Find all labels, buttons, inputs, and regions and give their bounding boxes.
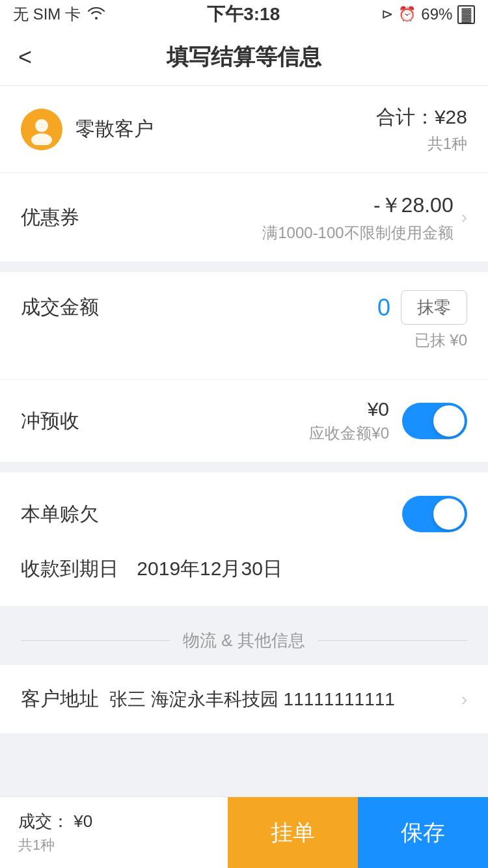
coupon-desc: 满1000-100不限制使用金额 (262, 223, 453, 243)
time-text: 下午3:18 (207, 2, 280, 27)
bottom-transaction-label: 成交： (18, 811, 69, 831)
coupon-row[interactable]: 优惠券 -￥28.00 满1000-100不限制使用金额 › (0, 172, 488, 262)
battery-text: 69% (421, 5, 452, 23)
divider-line-left (21, 640, 170, 641)
debt-row: 本单赊欠 (0, 472, 488, 556)
save-button[interactable]: 保存 (358, 797, 488, 869)
chevron-right-icon: › (461, 207, 467, 228)
customer-summary: 合计：¥28 共1种 (376, 104, 467, 154)
page-title: 填写结算等信息 (167, 42, 321, 72)
address-label: 客户地址 (21, 686, 99, 712)
debt-toggle[interactable] (402, 496, 467, 532)
address-row[interactable]: 客户地址 张三 海淀永丰科技园 11111111111 › (0, 665, 488, 733)
amount-row: 成交金额 0 抹零 (21, 290, 467, 325)
status-right: ⊳ ⏰ 69% ▓ (381, 5, 475, 24)
wifi-icon (87, 5, 105, 23)
divider-line-right (318, 640, 467, 641)
svg-point-1 (31, 133, 52, 145)
due-date-label: 收款到期日 (21, 558, 118, 579)
bottom-count: 共1种 (18, 835, 210, 855)
pending-button[interactable]: 挂单 (228, 797, 358, 869)
save-label: 保存 (401, 818, 445, 848)
round-zero-button[interactable]: 抹零 (401, 290, 467, 325)
logistics-label: 物流 & 其他信息 (183, 629, 305, 652)
advance-row: 冲预收 ¥0 应收金额¥0 (0, 379, 488, 462)
nav-bar: < 填写结算等信息 (0, 29, 488, 86)
coupon-discount: -￥28.00 (262, 191, 453, 220)
due-date-value: 2019年12月30日 (137, 558, 282, 579)
amount-sub: 已抹 ¥0 (21, 330, 467, 351)
advance-main: ¥0 (309, 398, 389, 420)
debt-toggle-knob (433, 498, 465, 530)
coupon-right: -￥28.00 满1000-100不限制使用金额 › (262, 191, 467, 243)
battery-icon: ▓ (457, 5, 475, 24)
coupon-label: 优惠券 (21, 204, 79, 231)
customer-left: 零散客户 (21, 109, 154, 150)
advance-sub: 应收金额¥0 (309, 423, 389, 444)
status-left: 无 SIM 卡 (13, 4, 105, 25)
due-date-row: 收款到期日 2019年12月30日 (0, 556, 488, 606)
customer-section: 零散客户 合计：¥28 共1种 优惠券 -￥28.00 满1000-100不限制… (0, 86, 488, 262)
advance-toggle[interactable] (402, 403, 467, 439)
bottom-bar: 成交： ¥0 共1种 挂单 保存 (0, 796, 488, 868)
amount-right: 0 抹零 (351, 290, 467, 325)
alarm-icon: ⏰ (398, 6, 416, 23)
advance-amount-info: ¥0 应收金额¥0 (309, 398, 389, 444)
advance-right: ¥0 应收金额¥0 (309, 398, 467, 444)
amount-label: 成交金额 (21, 294, 99, 321)
amount-section: 成交金额 0 抹零 已抹 ¥0 (0, 272, 488, 369)
carrier-text: 无 SIM 卡 (13, 4, 81, 25)
svg-point-0 (35, 119, 48, 132)
coupon-info: -￥28.00 满1000-100不限制使用金额 (262, 191, 453, 243)
debt-label: 本单赊欠 (21, 501, 99, 528)
status-bar: 无 SIM 卡 下午3:18 ⊳ ⏰ 69% ▓ (0, 0, 488, 29)
avatar (21, 109, 62, 150)
customer-name: 零散客户 (75, 116, 154, 142)
bottom-transaction-value: ¥0 (74, 811, 92, 831)
customer-row: 零散客户 合计：¥28 共1种 (0, 86, 488, 172)
customer-count: 共1种 (376, 133, 467, 154)
customer-total: 合计：¥28 (376, 104, 467, 131)
bottom-info: 成交： ¥0 共1种 (0, 810, 228, 855)
advance-label: 冲预收 (21, 408, 79, 435)
debt-section: 本单赊欠 收款到期日 2019年12月30日 (0, 472, 488, 606)
address-section: 客户地址 张三 海淀永丰科技园 11111111111 › (0, 665, 488, 733)
back-button[interactable]: < (18, 44, 32, 71)
transaction-section: 成交金额 0 抹零 已抹 ¥0 冲预收 ¥0 应收金额¥0 (0, 272, 488, 462)
address-chevron-icon: › (461, 689, 467, 710)
content-area: 零散客户 合计：¥28 共1种 优惠券 -￥28.00 满1000-100不限制… (0, 86, 488, 868)
address-value: 张三 海淀永丰科技园 11111111111 (109, 687, 454, 712)
pending-label: 挂单 (271, 818, 315, 848)
location-icon: ⊳ (381, 6, 393, 23)
toggle-knob (433, 405, 465, 437)
bottom-transaction: 成交： ¥0 (18, 810, 210, 833)
logistics-divider: 物流 & 其他信息 (0, 616, 488, 665)
amount-value: 0 (351, 294, 390, 321)
